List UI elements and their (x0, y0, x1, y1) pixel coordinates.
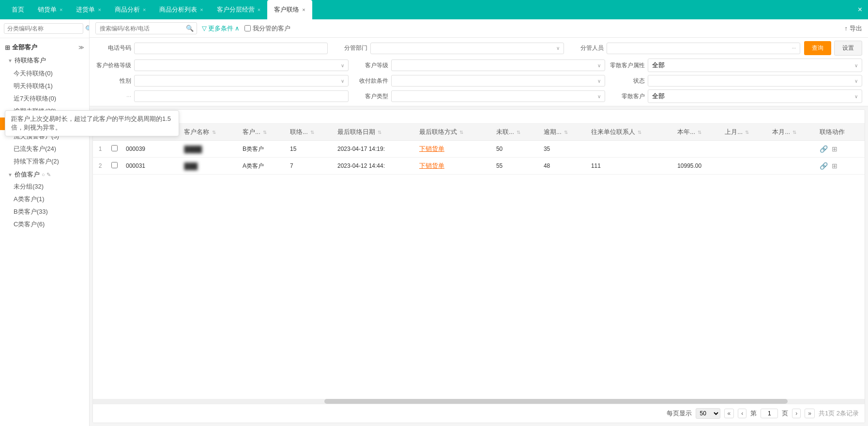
customer-level-select[interactable]: ∨ (391, 59, 606, 71)
category-search-input[interactable] (4, 23, 83, 34)
page-size-select[interactable]: 50 20 100 (696, 408, 720, 419)
pending-section-header[interactable]: ▼ 待联络客户 (0, 54, 89, 67)
extra-select[interactable] (134, 90, 349, 102)
chevron-down-icon: ∨ (854, 94, 858, 99)
nav-item-product-analysis[interactable]: 商品分析 × (108, 0, 152, 19)
row-checkbox[interactable] (111, 145, 118, 151)
nav-item-sales[interactable]: 销货单 × (31, 0, 69, 19)
prev-page-button[interactable]: ‹ (738, 409, 746, 418)
export-button[interactable]: ↑ 导出 (845, 24, 863, 33)
th-actions: 联络动作 (816, 124, 865, 141)
row-actions-cell: 🔗 ⊞ (816, 141, 865, 158)
status-select[interactable]: ∨ (648, 75, 862, 87)
query-button[interactable]: 查询 (804, 41, 831, 55)
grid-action-icon[interactable]: ⊞ (832, 145, 838, 153)
sidebar-item-tomorrow[interactable]: 明天待联络(1) (0, 80, 89, 92)
all-customers-title[interactable]: ⊞ 全部客户 ≫ (0, 41, 89, 54)
last-page-button[interactable]: » (805, 409, 815, 418)
first-page-button[interactable]: « (724, 409, 734, 418)
gender-input[interactable] (138, 77, 341, 84)
nav-item-customer-segment[interactable]: 客户分层经营 × (210, 0, 267, 19)
sort-icon[interactable]: ⇅ (310, 130, 314, 135)
phone-text-input[interactable] (138, 45, 323, 52)
filter-bar: 🔍 ▽ 更多条件 ∧ 我分管的客户 ↑ 导出 (90, 19, 868, 38)
grid-action-icon[interactable]: ⊞ (832, 162, 838, 170)
sort-icon[interactable]: ⇅ (792, 130, 796, 135)
sidebar-body: ⊞ 全部客户 ≫ ▼ 待联络客户 今天待联络(0) 明天待联络(1) 近7天待联… (0, 38, 89, 426)
row-actions: 🔗 ⊞ (820, 162, 861, 170)
manager-input[interactable] (611, 45, 792, 52)
sort-icon[interactable]: ⇅ (638, 130, 641, 135)
sidebar-item-today[interactable]: 今天待联络(0) (0, 67, 89, 80)
th-last-contact-method: 最后联络方式 ⇅ (415, 124, 492, 141)
collapse-icon[interactable]: ≫ (78, 44, 84, 51)
sort-icon[interactable]: ⇅ (378, 130, 381, 135)
sort-icon[interactable]: ⇅ (459, 130, 463, 135)
sort-icon[interactable]: ⇅ (263, 130, 267, 135)
row-last-month (721, 158, 768, 175)
sort-icon[interactable]: ⇅ (212, 130, 216, 135)
customer-type-select[interactable]: ∨ (391, 90, 606, 102)
close-icon[interactable]: × (60, 7, 62, 13)
scroll-thumb[interactable] (324, 399, 787, 404)
filter-field-payment: 收付款条件 ∨ (352, 75, 606, 87)
page-number-input[interactable] (761, 409, 778, 418)
close-icon[interactable]: × (143, 7, 146, 13)
retail-attr-select[interactable]: 全部 ∨ (648, 59, 862, 72)
nav-item-customer-contact[interactable]: 客户联络 × (267, 0, 312, 19)
dept-select[interactable]: ∨ (370, 43, 564, 54)
edit-icon[interactable]: ○ ✎ (42, 172, 51, 178)
close-icon[interactable]: × (258, 7, 260, 13)
phone-input[interactable] (134, 43, 328, 54)
horizontal-scrollbar[interactable] (93, 399, 865, 404)
sidebar-item-c-class[interactable]: C类客户(6) (0, 218, 89, 231)
retail-customer-select[interactable]: 全部 ∨ (648, 89, 862, 103)
ellipsis-icon: ··· (792, 45, 796, 51)
main-layout: 🔍 ⊞ 全部客户 ≫ ▼ 待联络客户 今天待联络(0) 明天待联络(1) 近7天… (0, 19, 868, 426)
search-input[interactable] (96, 23, 183, 34)
customer-level-input[interactable] (396, 62, 598, 69)
status-input[interactable] (652, 77, 854, 84)
search-button[interactable]: 🔍 (183, 23, 197, 34)
nav-item-home[interactable]: 首页 (5, 0, 31, 19)
my-customers-checkbox[interactable] (244, 25, 251, 31)
close-icon[interactable]: × (98, 7, 101, 13)
settings-button[interactable]: 设置 (834, 41, 862, 56)
close-icon[interactable]: × (200, 7, 203, 13)
table-row: 2 000031 ███ A类客户 7 2023-04-12 14:44: (93, 158, 865, 175)
price-level-select[interactable]: ∨ (134, 59, 349, 71)
nav-item-purchase[interactable]: 进货单 × (69, 0, 107, 19)
manager-select[interactable]: ··· (607, 43, 800, 54)
value-section-header[interactable]: ▼ 价值客户 ○ ✎ (0, 168, 89, 180)
sidebar-item-a-class[interactable]: A类客户(1) (0, 193, 89, 206)
sort-icon[interactable]: ⇅ (745, 130, 749, 135)
link-action-icon[interactable]: 🔗 (820, 145, 828, 153)
close-icon[interactable]: × (302, 7, 305, 13)
sidebar-item-b-class[interactable]: B类客户(33) (0, 206, 89, 218)
close-all-button[interactable]: × (858, 5, 862, 14)
extra-input[interactable] (138, 93, 344, 100)
sort-icon[interactable]: ⇅ (698, 130, 701, 135)
row-last-contact-method[interactable]: 下销货单 (415, 158, 492, 175)
sort-icon[interactable]: ⇅ (564, 130, 568, 135)
sort-icon[interactable]: ⇅ (517, 130, 520, 135)
row-last-contact-method[interactable]: 下销货单 (415, 141, 492, 158)
sidebar-item-declining[interactable]: 持续下滑客户(2) (0, 155, 89, 168)
sidebar-item-ungrouped[interactable]: 未分组(32) (0, 180, 89, 193)
filter-row-2: 客户价格等级 ∨ 客户等级 ∨ 零散客户属性 全部 (95, 59, 862, 72)
chevron-down-icon: ∨ (597, 94, 601, 99)
payment-input[interactable] (396, 77, 598, 84)
payment-select[interactable]: ∨ (391, 75, 606, 87)
link-action-icon[interactable]: 🔗 (820, 162, 828, 170)
dept-input[interactable] (375, 45, 556, 52)
row-checkbox[interactable] (111, 162, 118, 168)
gender-select[interactable]: ∨ (134, 75, 349, 87)
next-page-button[interactable]: › (792, 409, 801, 418)
price-level-input[interactable] (138, 62, 341, 69)
customer-type-input[interactable] (396, 93, 598, 100)
search-icon[interactable]: 🔍 (85, 25, 90, 32)
more-conditions-button[interactable]: ▽ 更多条件 ∧ (202, 24, 240, 33)
sidebar-item-7days[interactable]: 近7天待联络(0) (0, 92, 89, 105)
sidebar-item-churned[interactable]: 已流失客户(24) (0, 143, 89, 155)
nav-item-product-list[interactable]: 商品分析列表 × (152, 0, 210, 19)
